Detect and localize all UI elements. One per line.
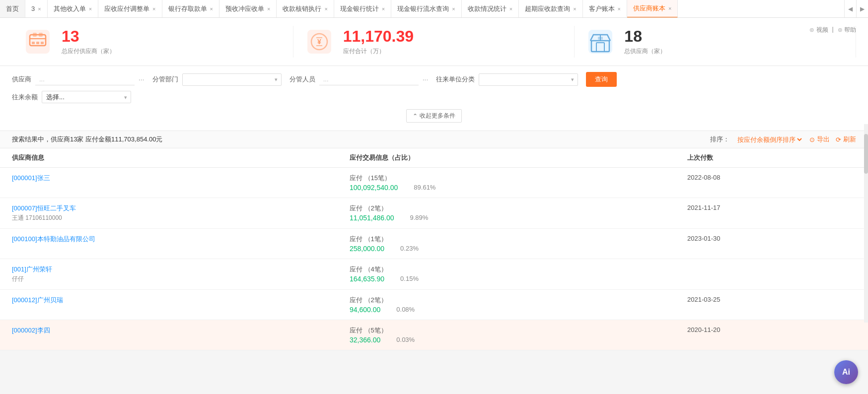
- tx-cell-1: 应付 （15笔） 100,092,540.00 89.61%: [350, 174, 687, 192]
- last-pay-5: 2021-03-25: [687, 296, 856, 314]
- summary-total-suppliers-number: 18: [624, 28, 666, 45]
- supplier-link-6[interactable]: [000002]李四: [12, 327, 50, 334]
- person-input[interactable]: [319, 73, 419, 85]
- sort-select[interactable]: 按应付余额倒序排序: [735, 135, 803, 144]
- nav-tab-home[interactable]: 首页: [0, 0, 25, 18]
- tx-percent-2: 9.89%: [410, 214, 429, 221]
- nav-tab-label: 现金银行统计: [340, 4, 379, 13]
- dept-select[interactable]: [182, 73, 282, 86]
- query-button[interactable]: 查询: [586, 72, 617, 87]
- col-header-lastpay: 上次付数: [687, 153, 856, 162]
- sort-label: 排序：: [710, 135, 729, 144]
- nav-scroll-left[interactable]: ◀: [844, 0, 856, 18]
- tx-percent-3: 0.23%: [400, 245, 419, 252]
- tx-amount-1[interactable]: 100,092,540.00: [350, 184, 398, 192]
- person-dots-icon[interactable]: ···: [423, 75, 429, 83]
- tx-amount-2[interactable]: 11,051,486.00: [350, 214, 394, 222]
- close-icon[interactable]: ×: [573, 6, 576, 12]
- export-label: 导出: [817, 135, 830, 144]
- summary-card-3-content: 18 总供应商（家）: [624, 28, 666, 56]
- supplier-link-5[interactable]: [000012]广州贝瑞: [12, 296, 63, 304]
- refresh-icon: ⟳: [836, 136, 841, 143]
- tx-amount-4[interactable]: 164,635.90: [350, 275, 384, 283]
- supplier-card-icon-3: [584, 26, 616, 58]
- nav-tab-collection-stats[interactable]: 收款情况统计 ×: [462, 0, 519, 18]
- balance-select-wrap: 选择...: [42, 91, 131, 103]
- last-pay-6: 2020-11-20: [687, 326, 856, 344]
- category-select[interactable]: [479, 73, 578, 86]
- supplier-link-2[interactable]: [000007]恒旺二手叉车: [12, 204, 76, 212]
- result-actions: 排序： 按应付余额倒序排序 ⊙ 导出 ⟳ 刷新: [710, 135, 856, 144]
- nav-tab-label: 应收应付调整单: [104, 4, 149, 13]
- tx-amount-row-3: 258,000.00 0.23%: [350, 244, 419, 253]
- close-icon[interactable]: ×: [382, 6, 385, 12]
- nav-tab-supplier-account[interactable]: 供应商账本 ×: [627, 0, 678, 18]
- supplier-sub-2: 王通 17106110000: [12, 214, 350, 222]
- nav-tab-other-income[interactable]: 其他收入单 ×: [48, 0, 98, 18]
- supplier-sub-4: 仔仔: [12, 275, 350, 283]
- supplier-input[interactable]: [35, 73, 135, 85]
- svg-rect-5: [32, 42, 35, 44]
- nav-tab-customer-account[interactable]: 客户账本 ×: [583, 0, 627, 18]
- tx-amount-5[interactable]: 94,600.00: [350, 306, 380, 314]
- close-icon[interactable]: ×: [324, 6, 327, 12]
- close-icon[interactable]: ×: [38, 6, 41, 12]
- close-icon[interactable]: ×: [152, 6, 155, 12]
- close-icon[interactable]: ×: [668, 5, 671, 11]
- supplier-link-4[interactable]: [001]广州荣轩: [12, 265, 52, 273]
- tx-amount-6[interactable]: 32,366.00: [350, 336, 380, 344]
- supplier-link-1[interactable]: [000001]张三: [12, 174, 50, 182]
- tx-cell-5: 应付 （2笔） 94,600.00 0.08%: [350, 296, 687, 314]
- last-pay-date-3: 2023-01-30: [687, 235, 721, 242]
- nav-tab-bank[interactable]: 银行存取款单 ×: [162, 0, 219, 18]
- summary-payable-suppliers-number: 13: [62, 28, 115, 45]
- nav-tab-collection[interactable]: 收款核销执行 ×: [277, 0, 334, 18]
- last-pay-1: 2022-08-08: [687, 174, 856, 192]
- nav-tab-home-label: 首页: [6, 4, 19, 13]
- nav-tab-overdue[interactable]: 超期应收款查询 ×: [519, 0, 582, 18]
- close-icon[interactable]: ×: [618, 6, 621, 12]
- close-icon[interactable]: ×: [452, 6, 455, 12]
- last-pay-date-6: 2020-11-20: [687, 326, 721, 333]
- close-icon[interactable]: ×: [89, 6, 92, 12]
- nav-tab-label: 供应商账本: [633, 4, 665, 13]
- summary-payable-total-label: 应付合计（万）: [343, 47, 414, 56]
- close-icon[interactable]: ×: [509, 6, 512, 12]
- export-button[interactable]: ⊙ 导出: [809, 135, 830, 144]
- top-right-links: ⊙ 视频 | ⊙ 帮助: [809, 26, 856, 34]
- supplier-dots-icon[interactable]: ···: [139, 75, 145, 83]
- collapse-button[interactable]: ⌃ 收起更多条件: [406, 109, 462, 123]
- close-icon[interactable]: ×: [267, 6, 270, 12]
- tx-amount-3[interactable]: 258,000.00: [350, 245, 384, 253]
- nav-tab-3[interactable]: 3 ×: [25, 0, 48, 18]
- tx-cell-2: 应付 （2笔） 11,051,486.00 9.89%: [350, 204, 687, 222]
- tx-amount-row-6: 32,366.00 0.03%: [350, 335, 415, 344]
- help-link[interactable]: ⊙ 帮助: [838, 26, 856, 34]
- nav-tab-label: 其他收入单: [54, 4, 86, 13]
- table-row: [000012]广州贝瑞 应付 （2笔） 94,600.00 0.08% 202…: [0, 290, 868, 320]
- chevron-up-icon: ⌃: [413, 113, 418, 120]
- scrollbar-thumb[interactable]: [864, 134, 868, 174]
- nav-tab-adjustment[interactable]: 应收应付调整单 ×: [98, 0, 162, 18]
- nav-tab-advance[interactable]: 预收冲应收单 ×: [219, 0, 277, 18]
- last-pay-4: [687, 265, 856, 283]
- supplier-info-3: [000100]本特勤油品有限公司: [12, 235, 350, 253]
- filter-dept: 分管部门: [152, 73, 282, 86]
- video-link[interactable]: ⊙ 视频: [809, 26, 828, 34]
- tx-count-1: 应付 （15笔）: [350, 174, 391, 183]
- table-row: [000007]恒旺二手叉车 王通 17106110000 应付 （2笔） 11…: [0, 198, 868, 229]
- tx-amount-row-5: 94,600.00 0.08%: [350, 305, 415, 314]
- vertical-scrollbar[interactable]: [864, 124, 868, 323]
- nav-scroll-right[interactable]: ▶: [856, 0, 868, 18]
- nav-tab-label: 预收冲应收单: [225, 4, 264, 13]
- refresh-button[interactable]: ⟳ 刷新: [836, 135, 856, 144]
- col-header-supplier: 供应商信息: [12, 153, 350, 162]
- nav-tab-cash-flow[interactable]: 现金银行流水查询 ×: [391, 0, 461, 18]
- supplier-link-3[interactable]: [000100]本特勤油品有限公司: [12, 235, 95, 243]
- filter-row-2: 往来余额 选择...: [12, 91, 856, 103]
- balance-select[interactable]: 选择...: [42, 91, 131, 103]
- tx-count-2: 应付 （2笔）: [350, 204, 387, 213]
- svg-rect-6: [36, 42, 39, 44]
- close-icon[interactable]: ×: [210, 6, 213, 12]
- nav-tab-cash-stats[interactable]: 现金银行统计 ×: [334, 0, 391, 18]
